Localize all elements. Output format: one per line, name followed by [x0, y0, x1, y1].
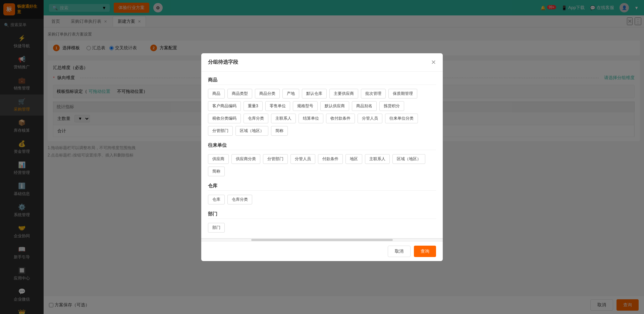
- field-tag-0-7[interactable]: 保质期管理: [388, 89, 417, 99]
- field-section-2: 仓库仓库仓库分类: [208, 183, 436, 204]
- modal: 分组待选字段 ✕ 商品商品商品类型商品分类产地默认仓库主要供应商批次管理保质期管…: [201, 53, 443, 261]
- field-tag-2-0[interactable]: 仓库: [208, 195, 225, 204]
- field-tags-3: 部门: [208, 223, 436, 233]
- modal-overlay: 分组待选字段 ✕ 商品商品商品类型商品分类产地默认仓库主要供应商批次管理保质期管…: [0, 0, 644, 314]
- field-tag-0-12[interactable]: 默认供应商: [320, 101, 349, 111]
- field-tag-1-3[interactable]: 分管人员: [290, 154, 315, 164]
- field-tag-0-1[interactable]: 商品类型: [227, 89, 252, 99]
- field-tag-1-0[interactable]: 供应商: [208, 154, 229, 164]
- field-tags-2: 仓库仓库分类: [208, 195, 436, 204]
- field-tag-1-7[interactable]: 区域（地区）: [392, 154, 425, 164]
- field-tag-0-22[interactable]: 分管部门: [208, 126, 233, 136]
- field-tag-0-23[interactable]: 区域（地区）: [235, 126, 268, 136]
- field-tag-0-0[interactable]: 商品: [208, 89, 225, 99]
- field-tag-0-5[interactable]: 主要供应商: [329, 89, 358, 99]
- field-tags-1: 供应商供应商分类分管部门分管人员付款条件地区主联系人区域（地区）简称: [208, 154, 436, 176]
- field-section-1: 往来单位供应商供应商分类分管部门分管人员付款条件地区主联系人区域（地区）简称: [208, 142, 436, 176]
- field-tag-2-1[interactable]: 仓库分类: [227, 195, 252, 204]
- modal-title: 分组待选字段: [208, 59, 238, 65]
- field-tag-0-21[interactable]: 往来单位分类: [385, 114, 418, 123]
- field-tag-1-5[interactable]: 地区: [345, 154, 362, 164]
- field-tags-0: 商品商品类型商品分类产地默认仓库主要供应商批次管理保质期管理客户商品编码重量3零…: [208, 89, 436, 136]
- field-tag-0-9[interactable]: 重量3: [244, 101, 263, 111]
- field-tag-0-14[interactable]: 拣货积分: [379, 101, 404, 111]
- field-tag-1-4[interactable]: 付款条件: [318, 154, 343, 164]
- field-tag-0-20[interactable]: 分管人员: [358, 114, 382, 123]
- field-tag-1-1[interactable]: 供应商分类: [231, 154, 260, 164]
- field-section-title-3: 部门: [208, 211, 436, 219]
- field-tag-1-8[interactable]: 简称: [208, 167, 225, 176]
- field-section-title-1: 往来单位: [208, 142, 436, 150]
- field-tag-0-6[interactable]: 批次管理: [361, 89, 386, 99]
- modal-close-btn[interactable]: ✕: [431, 59, 436, 66]
- modal-hscrollbar[interactable]: [201, 238, 443, 241]
- field-tag-1-2[interactable]: 分管部门: [263, 154, 288, 164]
- field-section-0: 商品商品商品类型商品分类产地默认仓库主要供应商批次管理保质期管理客户商品编码重量…: [208, 77, 436, 136]
- field-tag-0-8[interactable]: 客户商品编码: [208, 101, 241, 111]
- field-tag-0-3[interactable]: 产地: [282, 89, 299, 99]
- field-tag-0-18[interactable]: 结算单位: [299, 114, 323, 123]
- field-tag-0-10[interactable]: 零售单位: [265, 101, 290, 111]
- field-tag-0-19[interactable]: 收付款条件: [326, 114, 355, 123]
- field-tag-1-6[interactable]: 主联系人: [365, 154, 390, 164]
- field-section-title-0: 商品: [208, 77, 436, 85]
- modal-body: 商品商品商品类型商品分类产地默认仓库主要供应商批次管理保质期管理客户商品编码重量…: [201, 72, 443, 239]
- modal-confirm-btn[interactable]: 查询: [414, 246, 436, 257]
- field-tag-0-15[interactable]: 税收分类编码: [208, 114, 241, 123]
- field-section-3: 部门部门: [208, 211, 436, 233]
- modal-cancel-btn[interactable]: 取消: [388, 246, 411, 257]
- field-tag-0-17[interactable]: 主联系人: [271, 114, 296, 123]
- field-tag-0-4[interactable]: 默认仓库: [302, 89, 327, 99]
- field-section-title-2: 仓库: [208, 183, 436, 191]
- field-tag-0-16[interactable]: 仓库分类: [244, 114, 268, 123]
- field-tag-0-24[interactable]: 简称: [271, 126, 288, 136]
- modal-footer: 取消 查询: [201, 241, 443, 261]
- field-tag-3-0[interactable]: 部门: [208, 223, 225, 233]
- field-tag-0-11[interactable]: 规格型号: [293, 101, 318, 111]
- field-tag-0-2[interactable]: 商品分类: [255, 89, 280, 99]
- field-tag-0-13[interactable]: 商品别名: [352, 101, 377, 111]
- modal-header: 分组待选字段 ✕: [201, 53, 443, 72]
